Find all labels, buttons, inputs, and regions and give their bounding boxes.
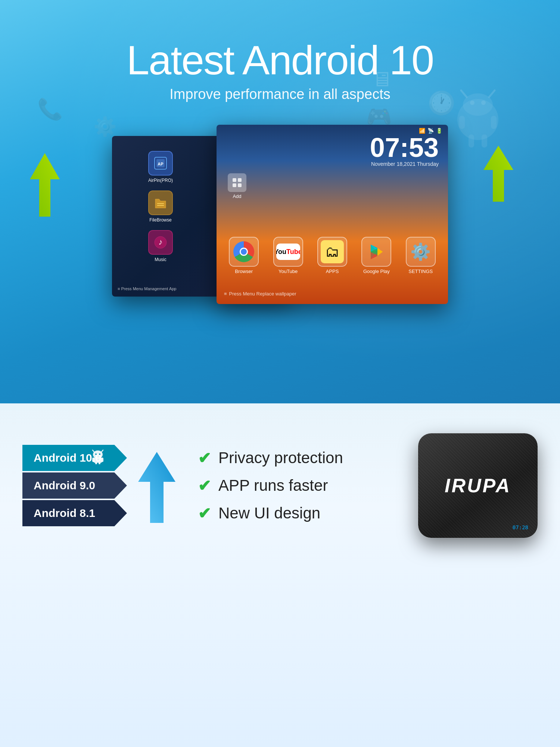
- rupa-device: IRUPA 07:28: [418, 433, 538, 538]
- svg-rect-7: [491, 116, 497, 129]
- feature-faster: ✔ APP runs faster: [198, 477, 399, 495]
- svg-rect-29: [233, 183, 236, 187]
- clock-area: 07:53 November 18,2021 Thursday: [370, 134, 439, 167]
- apps-icon: 🗂: [321, 240, 344, 263]
- googleplay-label: Google Play: [363, 269, 390, 274]
- screen-front-bg: 📶 📡 🔋 07:53 November 18,2021 Thursday: [217, 125, 448, 304]
- svg-point-3: [481, 100, 486, 105]
- back-press-menu: ≡ Press Menu Management App: [118, 286, 176, 291]
- apps-icon-box: 🗂: [317, 237, 347, 267]
- svg-line-44: [93, 450, 94, 452]
- app-apps[interactable]: 🗂 APPS: [317, 237, 347, 274]
- app-youtube[interactable]: YouTube YouTube: [273, 237, 303, 274]
- apps-row: Browser YouTube YouTube: [224, 237, 441, 274]
- chrome-icon: [233, 241, 254, 262]
- clock-time: 07:53: [370, 134, 439, 161]
- blue-upgrade-arrow: [134, 448, 179, 523]
- rupa-device-time: 07:28: [513, 524, 528, 530]
- back-app-filebrowse: FileBrowse: [123, 190, 198, 223]
- svg-marker-51: [138, 452, 175, 523]
- svg-rect-50: [99, 462, 100, 464]
- back-app-airpin: AP AirPin(PRO): [123, 151, 198, 183]
- svg-line-45: [101, 450, 103, 452]
- youtube-text-you: You: [276, 248, 287, 256]
- device-area: IRUPA 07:28: [418, 433, 538, 538]
- top-section: 📞 ⚙️ 🕐 🎮 🖥: [0, 0, 560, 403]
- airpin-icon: AP: [148, 151, 173, 176]
- svg-marker-39: [377, 248, 383, 255]
- add-button[interactable]: Add: [228, 173, 246, 199]
- android-icon-10: [91, 449, 105, 467]
- arrow-right: [478, 142, 523, 203]
- svg-text:AP: AP: [158, 162, 163, 166]
- filebrowse-icon: [148, 190, 173, 215]
- svg-rect-30: [238, 183, 242, 187]
- feature-text-ui: New UI design: [218, 504, 320, 522]
- chrome-inner: [241, 249, 247, 255]
- svg-rect-8: [469, 134, 474, 148]
- left-col: Android 10.0: [22, 445, 179, 526]
- headline-area: Latest Android 10 Improve performance in…: [127, 37, 433, 102]
- svg-text:♪: ♪: [159, 237, 163, 247]
- version-badge-8: Android 8.1: [22, 500, 127, 526]
- svg-rect-47: [92, 458, 94, 462]
- clock-date: November 18,2021 Thursday: [370, 161, 439, 167]
- app-browser[interactable]: Browser: [229, 237, 259, 274]
- press-menu-text: Press Menu Replace wallpaper: [229, 291, 296, 297]
- version-text-8: Android 8.1: [34, 507, 95, 520]
- press-menu-icon: ≡: [224, 291, 227, 297]
- rupa-logo: IRUPA: [445, 474, 511, 497]
- check-icon-ui: ✔: [198, 504, 211, 523]
- music-label: Music: [155, 257, 166, 262]
- svg-marker-10: [30, 153, 60, 217]
- youtube-icon-box: YouTube: [273, 237, 303, 267]
- settings-icon-box: ⚙️: [406, 237, 436, 267]
- bottom-main-row: Android 10.0: [22, 433, 538, 538]
- airpin-label: AirPin(PRO): [148, 178, 173, 183]
- apps-label: APPS: [326, 269, 339, 274]
- filebrowse-label: FileBrowse: [149, 217, 171, 223]
- svg-point-42: [95, 453, 97, 455]
- svg-rect-28: [238, 178, 242, 182]
- settings-icon: ⚙️: [410, 241, 431, 262]
- svg-rect-6: [459, 116, 465, 129]
- screens-container: AP AirPin(PRO) AS AirScreen: [112, 125, 448, 319]
- svg-rect-48: [101, 458, 103, 462]
- mid-col: ✔ Privacy protection ✔ APP runs faster ✔…: [198, 449, 399, 523]
- version-badge-9: Android 9.0: [22, 472, 127, 499]
- svg-line-5: [489, 90, 495, 97]
- svg-point-2: [470, 100, 475, 105]
- check-icon-faster: ✔: [198, 477, 211, 495]
- version-badges: Android 10.0: [22, 445, 127, 526]
- svg-line-4: [461, 90, 467, 97]
- feature-privacy: ✔ Privacy protection: [198, 449, 399, 467]
- googleplay-svg: [367, 242, 386, 261]
- youtube-text-tube: Tube: [286, 248, 300, 256]
- screen-front: 📶 📡 🔋 07:53 November 18,2021 Thursday: [217, 125, 448, 304]
- svg-marker-11: [483, 146, 513, 202]
- bottom-section: Android 10.0: [0, 403, 560, 747]
- press-menu: ≡ Press Menu Replace wallpaper: [224, 291, 296, 297]
- back-app-music: ♪ Music: [123, 230, 198, 262]
- svg-rect-49: [95, 462, 97, 464]
- youtube-icon: YouTube: [276, 244, 300, 260]
- browser-icon-box: [229, 237, 259, 267]
- feature-ui: ✔ New UI design: [198, 504, 399, 523]
- blue-arrow-area: [134, 448, 179, 523]
- arrow-left: [22, 149, 71, 218]
- add-label: Add: [233, 193, 241, 199]
- settings-label: SETTINGS: [408, 269, 433, 274]
- browser-label: Browser: [235, 269, 253, 274]
- svg-rect-46: [94, 458, 102, 463]
- music-icon: ♪: [148, 230, 173, 255]
- svg-rect-27: [233, 178, 236, 182]
- version-badge-10: Android 10.0: [22, 445, 127, 471]
- svg-point-43: [99, 453, 100, 455]
- app-googleplay[interactable]: Google Play: [361, 237, 391, 274]
- feature-text-privacy: Privacy protection: [218, 449, 343, 467]
- googleplay-icon-box: [361, 237, 391, 267]
- app-settings[interactable]: ⚙️ SETTINGS: [406, 237, 436, 274]
- main-title: Latest Android 10: [127, 37, 433, 83]
- check-icon-privacy: ✔: [198, 449, 211, 467]
- add-icon: [228, 173, 246, 192]
